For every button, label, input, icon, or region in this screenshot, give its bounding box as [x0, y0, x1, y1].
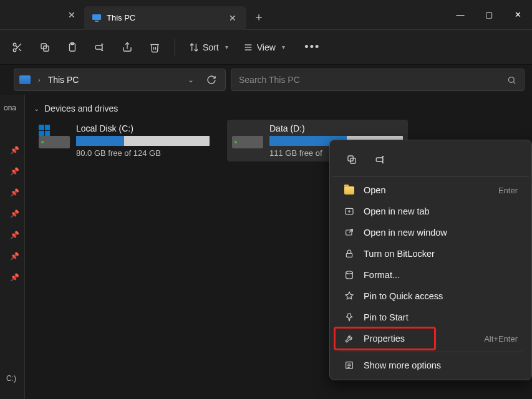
sidebar-pin-item[interactable]: 📌 [0, 182, 24, 203]
context-menu-open-new-tab[interactable]: Open in new tab [332, 201, 529, 222]
context-menu-pin-quick-access[interactable]: Pin to Quick access [332, 286, 529, 307]
svg-line-17 [513, 82, 515, 84]
menu-label: Open in new tab [364, 206, 430, 216]
prev-tab-close[interactable]: ✕ [59, 0, 84, 29]
close-icon[interactable]: ✕ [226, 11, 239, 26]
search-icon [507, 75, 516, 85]
paste-button[interactable] [60, 35, 85, 60]
chevron-down-icon[interactable]: ⌄ [184, 75, 198, 84]
menu-shortcut: Alt+Enter [484, 334, 518, 344]
paste-icon [67, 42, 78, 53]
lock-icon [344, 249, 354, 259]
menu-label: Open in new window [364, 228, 447, 238]
svg-rect-0 [92, 14, 101, 20]
sidebar-pin-item[interactable]: 📌 [0, 161, 24, 182]
chevron-down-icon: ▾ [282, 44, 285, 50]
window-controls: — ▢ ✕ [446, 0, 532, 29]
tab-label: This PC [107, 13, 221, 22]
minimize-button[interactable]: — [446, 0, 475, 29]
drive-name: Local Disk (C:) [76, 123, 210, 133]
copy-icon [39, 42, 51, 53]
svg-line-5 [19, 48, 21, 50]
rename-button[interactable] [87, 35, 112, 60]
search-input[interactable]: Search This PC [231, 69, 525, 91]
wrench-icon [344, 334, 354, 344]
delete-button[interactable] [142, 35, 167, 60]
maximize-button[interactable]: ▢ [475, 0, 503, 29]
menu-label: Pin to Quick access [364, 291, 443, 301]
sidebar-item-c[interactable]: C:) [2, 370, 20, 387]
drive-name: Data (D:) [269, 123, 403, 133]
more-icon [344, 360, 354, 370]
context-menu-open[interactable]: Open Enter [332, 180, 529, 201]
copy-button[interactable] [341, 149, 362, 170]
ellipsis-icon: ••• [304, 41, 320, 54]
tab-icon [344, 206, 354, 216]
context-menu: Open Enter Open in new tab Open in new w… [329, 140, 532, 380]
svg-rect-11 [95, 46, 102, 49]
svg-line-6 [16, 46, 17, 47]
menu-shortcut: Enter [498, 186, 518, 195]
titlebar: ✕ This PC ✕ ＋ — ▢ ✕ [0, 0, 532, 30]
menu-label: Turn on BitLocker [364, 249, 435, 259]
view-button[interactable]: View ▾ [237, 35, 291, 60]
sidebar: ona 📌 📌 📌 📌 📌 📌 📌 [0, 95, 25, 399]
close-button[interactable]: ✕ [503, 0, 532, 29]
disk-icon [344, 270, 354, 280]
sort-label: Sort [203, 42, 219, 52]
drive-icon [232, 123, 263, 148]
menu-label: Properties [364, 334, 405, 344]
scissors-icon [12, 42, 23, 53]
toolbar-separator [175, 39, 175, 56]
storage-bar [76, 136, 210, 146]
chevron-right-icon: › [38, 76, 41, 84]
section-title: Devices and drives [44, 103, 118, 113]
menu-separator [339, 352, 523, 352]
view-icon [243, 42, 253, 52]
context-menu-bitlocker[interactable]: Turn on BitLocker [332, 243, 529, 264]
context-menu-pin-start[interactable]: Pin to Start [332, 307, 529, 328]
svg-point-3 [13, 49, 16, 52]
monitor-icon [92, 13, 102, 23]
drive-icon [39, 123, 70, 148]
share-button[interactable] [115, 35, 140, 60]
section-header-devices[interactable]: ⌄ Devices and drives [34, 101, 523, 120]
svg-point-2 [13, 43, 16, 46]
refresh-icon [206, 75, 216, 85]
drive-item-c[interactable]: Local Disk (C:) 80.0 GB free of 124 GB [34, 120, 215, 161]
rename-button[interactable] [370, 149, 391, 170]
sidebar-pin-item[interactable]: 📌 [0, 267, 24, 288]
sidebar-pin-item[interactable]: 📌 [0, 246, 24, 267]
copy-button[interactable] [32, 35, 57, 60]
address-bar[interactable]: › This PC ⌄ [14, 69, 226, 91]
sidebar-pin-item[interactable]: 📌 [0, 203, 24, 224]
new-tab-button[interactable]: ＋ [246, 9, 271, 24]
sidebar-pin-item[interactable]: 📌 [0, 224, 24, 246]
more-button[interactable]: ••• [300, 35, 325, 60]
folder-icon [344, 186, 354, 195]
tab-strip: ✕ This PC ✕ ＋ [0, 0, 446, 29]
context-menu-properties[interactable]: Properties Alt+Enter [332, 328, 529, 349]
rename-icon [375, 154, 386, 165]
breadcrumb[interactable]: This PC [48, 75, 179, 85]
sidebar-pin-item[interactable]: 📌 [0, 140, 24, 161]
cut-button[interactable] [5, 35, 30, 60]
pin-icon [344, 291, 354, 301]
search-placeholder: Search This PC [239, 75, 507, 85]
sidebar-item-persona[interactable]: ona [0, 101, 24, 115]
tab-this-pc[interactable]: This PC ✕ [84, 6, 246, 30]
trash-icon [149, 42, 160, 53]
svg-rect-20 [376, 158, 383, 161]
context-menu-quick-actions [332, 144, 529, 177]
copy-icon [346, 154, 357, 165]
sort-button[interactable]: Sort ▾ [183, 35, 235, 60]
refresh-button[interactable] [203, 75, 220, 85]
address-row: › This PC ⌄ Search This PC [0, 65, 532, 95]
view-label: View [257, 42, 276, 52]
context-menu-more-options[interactable]: Show more options [332, 355, 529, 376]
context-menu-format[interactable]: Format... [332, 264, 529, 286]
pin-icon [344, 312, 354, 322]
svg-rect-23 [346, 253, 352, 257]
share-icon [122, 42, 133, 53]
context-menu-open-new-window[interactable]: Open in new window [332, 222, 529, 243]
